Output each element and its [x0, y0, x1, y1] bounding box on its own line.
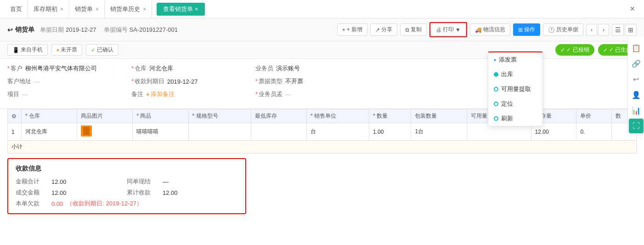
subtotal-row: 小计	[8, 141, 637, 154]
tab-view-sales-label: 查看销货单	[163, 5, 193, 13]
product-image	[81, 125, 92, 137]
sales-label: 业务员孟	[255, 90, 282, 98]
cell-product: 嘻嘻嘻嘻	[133, 123, 188, 141]
outbound-label: 出库	[501, 70, 513, 79]
tab-sales-history-close[interactable]: ×	[143, 6, 146, 12]
employee-value: 演示账号	[276, 64, 300, 73]
nav-next[interactable]: ›	[598, 24, 609, 36]
tab-home[interactable]: 首页	[5, 0, 28, 18]
sold-out-button[interactable]: ✓ ✓ 已核销	[555, 44, 594, 56]
warehouse-value: 河北仓库	[149, 64, 173, 73]
col-gear[interactable]: ⚙	[8, 109, 22, 123]
confirmed-label: 已确认	[97, 46, 113, 54]
share-button[interactable]: ↗ 分享	[370, 23, 397, 36]
main-close-button[interactable]: ×	[625, 4, 639, 14]
history-button[interactable]: 🕐 历史单据	[543, 23, 583, 36]
transaction-value: 12.00	[51, 189, 67, 196]
menu-add-invoice[interactable]: ▪ 添发票	[488, 52, 542, 67]
refresh-label: 刷新	[501, 114, 513, 123]
tab-sales-history[interactable]: 销货单历史 ×	[105, 0, 152, 18]
doc-title-area: ↩ 销货单 单据日期 2019-12-27 单据编号 SA-20191227-0…	[7, 26, 178, 34]
sidebar-icon-back[interactable]: ↩	[629, 72, 644, 86]
customer-value: 柳州粤港平安气体有限公司	[25, 64, 97, 73]
col-product-img: 商品图片	[77, 109, 133, 123]
tab-sales[interactable]: 销货单 ×	[69, 0, 105, 18]
current-owe-row: 本单欠款 0.00 （收款到期日: 2019-12-27）	[16, 199, 238, 208]
project-label: 项目	[7, 90, 19, 98]
print-dropdown-icon: ▼	[455, 27, 461, 33]
right-sidebar: 📋 🔗 ↩ 👤 📊 ⛶	[627, 37, 644, 133]
cell-price: 0.	[576, 123, 611, 141]
accumulated-label: 累计收款	[127, 188, 159, 197]
same-order-row: 同单现结 —	[127, 177, 238, 186]
history-label: 历史单据	[556, 26, 578, 34]
sold-out-label: ✓ 已核销	[566, 46, 589, 54]
tab-home-label: 首页	[10, 5, 22, 13]
operations-label: 操作	[524, 26, 535, 34]
accumulated-row: 累计收款 12.00	[127, 188, 238, 197]
payment-grid: 金额合计 12.00 同单现结 — 成交金额 12.00 累计收款 12.00 …	[16, 177, 238, 208]
operations-button[interactable]: ⊞ 操作	[513, 23, 540, 36]
from-phone-button[interactable]: 📱 来自手机	[7, 44, 48, 56]
toolbar-right: + + 新增 ↗ 分享 ⧉ 复制 🖨 打印 ▼ 🚚 物流信息	[337, 22, 637, 37]
cell-warehouse: 河北仓库	[22, 123, 77, 141]
total-amount-label: 金额合计	[16, 177, 48, 186]
doc-number-value: SA-20191227-001	[130, 26, 178, 33]
due-date-label: 收款到期日	[131, 77, 164, 85]
tab-sales-close[interactable]: ×	[96, 6, 99, 12]
warehouse-field: 仓库 河北仓库	[131, 64, 246, 73]
tab-view-sales-button[interactable]: 查看销货单 ×	[157, 3, 205, 16]
employee-label: 业务员	[255, 64, 273, 73]
col-package-qty: 包装数量	[411, 109, 467, 123]
tab-view-close[interactable]: ×	[195, 6, 198, 12]
logistics-button[interactable]: 🚚 物流信息	[470, 23, 510, 36]
menu-outbound[interactable]: 出库	[488, 67, 542, 82]
from-phone-label: 来自手机	[21, 46, 43, 54]
customer-label: 客户	[7, 64, 23, 73]
copy-button[interactable]: ⧉ 复制	[400, 23, 427, 36]
tab-inventory-close[interactable]: ×	[60, 6, 63, 12]
project-value: —	[22, 91, 28, 98]
sidebar-icon-expand[interactable]: ⛶	[629, 119, 644, 133]
locate-icon	[494, 101, 498, 108]
note-field: 备注 添加备注	[131, 90, 246, 98]
menu-locate[interactable]: 定位	[488, 97, 542, 111]
menu-available-qty[interactable]: 可用量提取	[488, 82, 542, 97]
due-date-field: 收款到期日 2019-12-27	[131, 77, 246, 85]
refresh-icon	[494, 115, 498, 122]
dropdown-menu: ▪ 添发票 出库 可用量提取 定位 刷新	[488, 51, 543, 126]
tab-inventory[interactable]: 库存期初 ×	[28, 0, 69, 18]
col-min-stock: 最低库存	[251, 109, 306, 123]
action-row: 📱 来自手机 未开票 已确认 ✓ ✓ 已核销 ✓ ✓ 已生效	[0, 41, 644, 59]
payment-info-box: 收款信息 金额合计 12.00 同单现结 — 成交金额 12.00 累计收款 1…	[7, 158, 246, 214]
confirmed-button[interactable]: 已确认	[86, 44, 119, 56]
add-note-button[interactable]: 添加备注	[146, 90, 175, 98]
doc-number-label: 单据编号	[104, 26, 128, 34]
doc-meta: 单据日期 2019-12-27 单据编号 SA-20191227-001	[40, 26, 178, 34]
employee-field: 业务员 演示账号	[255, 64, 370, 73]
view-list[interactable]: ☰	[612, 24, 624, 36]
view-grid[interactable]: ⊞	[625, 24, 637, 36]
sidebar-icon-chart[interactable]: 📊	[629, 103, 644, 118]
col-quantity: * 数量	[369, 109, 411, 123]
add-button[interactable]: + + 新增	[337, 23, 367, 36]
warehouse-label: 仓库	[131, 64, 147, 73]
total-amount-value: 12.00	[51, 178, 67, 185]
transaction-label: 成交金额	[16, 188, 48, 197]
doc-date-field: 单据日期 2019-12-27	[40, 26, 96, 34]
sidebar-icon-link[interactable]: 🔗	[629, 56, 644, 71]
cell-min-stock	[251, 123, 306, 141]
menu-refresh[interactable]: 刷新	[488, 111, 542, 126]
current-owe-label: 本单欠款	[16, 199, 48, 208]
sidebar-icon-user[interactable]: 👤	[629, 87, 644, 102]
invoice-field: 票据类型 不开票	[255, 77, 370, 85]
col-spec: * 规格型号	[188, 109, 251, 123]
tab-inventory-label: 库存期初	[34, 5, 57, 13]
print-icon: 🖨	[436, 27, 441, 33]
not-open-ticket-button[interactable]: 未开票	[51, 44, 82, 56]
print-button[interactable]: 🖨 打印 ▼	[431, 23, 466, 36]
sidebar-icon-doc[interactable]: 📋	[629, 40, 644, 55]
address-field: 客户地址 —	[7, 77, 122, 85]
table-container: ⚙ * 仓库 商品图片 * 商品 * 规格型号 最低库存 * 销售单位 * 数量…	[0, 109, 644, 154]
nav-prev[interactable]: ‹	[586, 24, 597, 36]
